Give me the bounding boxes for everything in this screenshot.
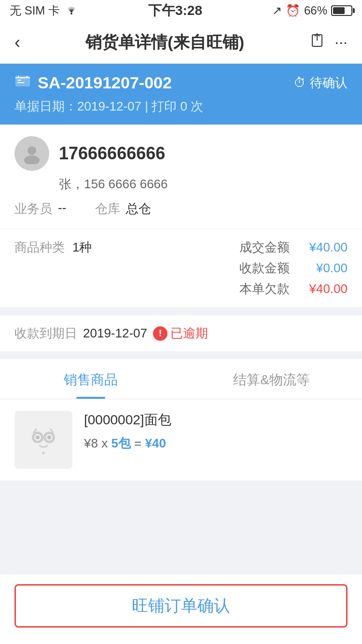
- sales-rep-label: 业务员: [14, 200, 52, 217]
- order-icon: [14, 74, 31, 92]
- order-date-row: 单据日期：2019-12-07 | 打印 0 次: [14, 98, 348, 115]
- product-name: [0000002]面包: [84, 411, 348, 429]
- battery-percent: 66%: [304, 4, 327, 17]
- product-types: 商品种类 1种: [14, 239, 92, 256]
- page-title: 销货单详情(来自旺铺): [85, 31, 244, 54]
- due-date-value: 2019-12-07: [83, 326, 147, 341]
- equals-text: =: [134, 436, 141, 450]
- avatar: [14, 136, 49, 171]
- amount-row-2: 本单欠款 ¥40.00: [239, 280, 348, 297]
- warehouse: 仓库 总仓: [95, 200, 151, 217]
- amount-label-0: 成交金额: [239, 239, 290, 256]
- sales-rep-value: --: [58, 200, 66, 217]
- alarm-icon: ⏰: [286, 4, 300, 17]
- location-icon: ↗: [272, 4, 282, 17]
- amount-value-2: ¥40.00: [299, 281, 348, 296]
- share-icon[interactable]: [309, 33, 325, 52]
- sales-rep: 业务员 --: [14, 200, 66, 217]
- warehouse-label: 仓库: [95, 200, 120, 217]
- bottom-area: [0, 480, 362, 587]
- financial-amounts: 成交金额 ¥40.00 收款金额 ¥0.00 本单欠款 ¥40.00: [239, 239, 348, 297]
- product-types-label: 商品种类: [14, 239, 65, 256]
- due-date-label: 收款到期日: [14, 325, 77, 342]
- amount-row-1: 收款金额 ¥0.00: [239, 260, 348, 277]
- amount-row-0: 成交金额 ¥40.00: [239, 239, 348, 256]
- status-text: 待确认: [310, 74, 348, 91]
- order-id-row: SA-20191207-002 ⏱ 待确认: [14, 73, 348, 92]
- product-section: + [0000002]面包 ¥8 x 5包 = ¥40: [0, 399, 362, 480]
- confirm-btn-wrapper: 旺铺订单确认: [0, 574, 362, 644]
- svg-rect-4: [17, 80, 21, 81]
- status-right: ↗ ⏰ 66%: [272, 4, 352, 17]
- nav-actions: ···: [309, 33, 348, 52]
- product-item: + [0000002]面包 ¥8 x 5包 = ¥40: [14, 411, 348, 469]
- status-left: 无 SIM 卡: [10, 3, 78, 18]
- tabs-section: 销售商品 结算&物流等 + [0000002]面包: [0, 359, 362, 480]
- svg-point-6: [28, 146, 36, 155]
- overdue-icon: !: [153, 326, 167, 341]
- amount-value-0: ¥40.00: [299, 240, 348, 255]
- battery-icon: [331, 5, 352, 16]
- amount-value-1: ¥0.00: [299, 261, 348, 276]
- customer-section: 17666666666 张，156 6666 6666 业务员 -- 仓库 总仓: [0, 125, 362, 229]
- overdue-text: 已逾期: [170, 325, 208, 342]
- amount-label-2: 本单欠款: [239, 280, 290, 297]
- customer-info-row: 业务员 -- 仓库 总仓: [14, 200, 348, 217]
- svg-rect-5: [17, 82, 24, 83]
- svg-point-7: [24, 155, 40, 164]
- price-text: ¥8 x: [84, 436, 108, 450]
- more-icon[interactable]: ···: [334, 33, 348, 51]
- tab-products[interactable]: 销售商品: [0, 359, 181, 399]
- nav-bar: ‹ 销货单详情(来自旺铺) ···: [0, 21, 362, 64]
- product-price: ¥8 x 5包 = ¥40: [84, 435, 348, 452]
- product-thumbnail: +: [14, 411, 72, 469]
- order-id: SA-20191207-002: [38, 73, 172, 92]
- back-button[interactable]: ‹: [14, 32, 20, 53]
- status-bar: 无 SIM 卡 下午3:28 ↗ ⏰ 66%: [0, 0, 362, 21]
- order-header: SA-20191207-002 ⏱ 待确认 单据日期：2019-12-07 | …: [0, 64, 362, 125]
- tab-settlement[interactable]: 结算&物流等: [181, 359, 362, 399]
- financial-section: 商品种类 1种 成交金额 ¥40.00 收款金额 ¥0.00 本单欠款 ¥40.…: [0, 229, 362, 307]
- customer-row: 17666666666: [14, 136, 348, 171]
- product-types-value: 1种: [72, 239, 92, 256]
- confirm-order-button[interactable]: 旺铺订单确认: [14, 584, 348, 628]
- customer-name: 张，156 6666 6666: [59, 176, 348, 193]
- overdue-badge: ! 已逾期: [153, 325, 208, 342]
- status-clock-icon: ⏱: [293, 75, 306, 90]
- tabs-header: 销售商品 结算&物流等: [0, 359, 362, 399]
- amount-label-1: 收款金额: [239, 260, 290, 277]
- status-time: 下午3:28: [148, 1, 202, 20]
- customer-phone: 17666666666: [59, 143, 165, 164]
- order-status: ⏱ 待确认: [293, 74, 348, 91]
- warehouse-value: 总仓: [126, 200, 151, 217]
- wifi-icon: [65, 4, 78, 17]
- due-date-section: 收款到期日 2019-12-07 ! 已逾期: [0, 315, 362, 351]
- product-info: [0000002]面包 ¥8 x 5包 = ¥40: [84, 411, 348, 452]
- svg-point-0: [70, 13, 72, 14]
- total-price: ¥40: [145, 436, 166, 450]
- svg-point-12: [36, 435, 40, 439]
- svg-point-13: [47, 435, 51, 439]
- svg-text:+: +: [42, 449, 45, 457]
- quantity-text: 5包: [111, 436, 130, 450]
- carrier-text: 无 SIM 卡: [10, 3, 60, 18]
